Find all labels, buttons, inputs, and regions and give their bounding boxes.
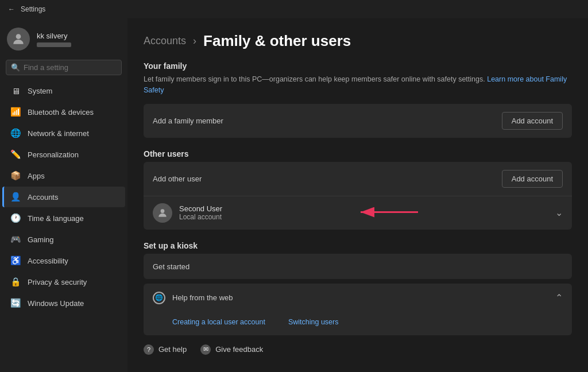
add-family-row: Add a family member Add account xyxy=(144,104,572,138)
accessibility-icon: ♿ xyxy=(10,255,21,266)
sidebar-item-system[interactable]: 🖥 System xyxy=(2,80,125,101)
gaming-icon: 🎮 xyxy=(10,234,21,245)
back-button[interactable]: ← xyxy=(7,5,16,14)
user-avatar xyxy=(153,203,172,223)
privacy-icon: 🔒 xyxy=(10,277,21,287)
title-bar: ← Settings xyxy=(0,0,588,18)
search-container[interactable]: 🔍 xyxy=(6,60,122,75)
globe-icon: 🌐 xyxy=(153,292,165,304)
user-info: Second User Local account xyxy=(179,204,548,221)
breadcrumb: Accounts › Family & other users xyxy=(144,32,572,50)
bluetooth-icon: 📶 xyxy=(10,107,21,117)
system-icon: 🖥 xyxy=(10,86,21,96)
get-help-link[interactable]: ? Get help xyxy=(144,344,187,355)
sidebar-item-windows-update[interactable]: 🔄 Windows Update xyxy=(2,293,125,313)
add-other-user-label: Add other user xyxy=(153,175,202,183)
help-link-local-account[interactable]: Creating a local user account xyxy=(172,318,265,326)
accounts-icon: 👤 xyxy=(10,192,21,202)
help-header-left: 🌐 Help from the web xyxy=(153,292,233,304)
your-family-section: Your family Let family members sign in t… xyxy=(144,61,572,138)
other-users-card: Add other user Add account Second User L… xyxy=(144,162,572,230)
sidebar-item-time[interactable]: 🕐 Time & language xyxy=(2,208,125,228)
time-icon: 🕐 xyxy=(10,213,21,223)
give-feedback-icon: ✉ xyxy=(200,344,211,355)
your-family-desc: Let family members sign in to this PC—or… xyxy=(144,74,572,96)
sidebar-item-network[interactable]: 🌐 Network & internet xyxy=(2,123,125,144)
sidebar-item-privacy[interactable]: 🔒 Privacy & security xyxy=(2,272,125,292)
add-other-user-button[interactable]: Add account xyxy=(502,170,563,188)
help-card: 🌐 Help from the web ⌃ Creating a local u… xyxy=(144,284,572,335)
sidebar-item-accessibility[interactable]: ♿ Accessibility xyxy=(2,250,125,271)
kiosk-card: Get started xyxy=(144,254,572,279)
username: kk silvery xyxy=(37,32,71,40)
sidebar-profile: kk silvery xyxy=(0,18,127,57)
main-layout: kk silvery 🔍 🖥 System 📶 Bluetooth & devi… xyxy=(0,18,588,372)
kiosk-get-started[interactable]: Get started xyxy=(153,262,189,271)
get-help-label: Get help xyxy=(158,345,187,354)
page-title: Family & other users xyxy=(203,32,351,50)
search-icon: 🔍 xyxy=(11,63,20,72)
add-family-card: Add a family member Add account xyxy=(144,104,572,138)
avatar xyxy=(7,28,30,51)
bottom-links: ? Get help ✉ Give feedback xyxy=(144,342,572,355)
network-icon: 🌐 xyxy=(10,128,21,138)
windows-update-icon: 🔄 xyxy=(10,298,21,308)
sidebar-item-gaming[interactable]: 🎮 Gaming xyxy=(2,229,125,250)
help-title: Help from the web xyxy=(172,293,233,302)
sidebar-item-bluetooth[interactable]: 📶 Bluetooth & devices xyxy=(2,102,125,122)
breadcrumb-parent: Accounts xyxy=(144,35,186,47)
give-feedback-link[interactable]: ✉ Give feedback xyxy=(200,344,263,355)
help-chevron-icon: ⌃ xyxy=(555,292,563,303)
user-type: Local account xyxy=(179,213,548,221)
sidebar-item-accounts[interactable]: 👤 Accounts xyxy=(2,187,125,207)
give-feedback-label: Give feedback xyxy=(215,345,263,354)
svg-point-1 xyxy=(161,209,165,213)
help-link-switching[interactable]: Switching users xyxy=(288,318,339,326)
content-area: Accounts › Family & other users Your fam… xyxy=(127,18,588,372)
sidebar-nav: 🖥 System 📶 Bluetooth & devices 🌐 Network… xyxy=(0,80,127,372)
user-name: Second User xyxy=(179,204,548,213)
add-other-user-row: Add other user Add account xyxy=(144,162,572,196)
your-family-title: Your family xyxy=(144,61,572,71)
sidebar-item-apps[interactable]: 📦 Apps xyxy=(2,165,125,186)
title-bar-title: Settings xyxy=(21,5,45,13)
personalization-icon: ✏️ xyxy=(10,149,21,160)
help-header[interactable]: 🌐 Help from the web ⌃ xyxy=(144,284,572,312)
breadcrumb-separator: › xyxy=(193,35,196,47)
email-bar xyxy=(37,42,71,47)
search-input[interactable] xyxy=(24,63,120,72)
svg-point-0 xyxy=(16,34,21,39)
kiosk-title: Set up a kiosk xyxy=(144,241,572,250)
add-family-label: Add a family member xyxy=(153,117,223,125)
get-help-icon: ? xyxy=(144,344,154,355)
apps-icon: 📦 xyxy=(10,170,21,181)
other-users-section: Other users Add other user Add account S… xyxy=(144,149,572,230)
second-user-row[interactable]: Second User Local account ⌄ xyxy=(144,196,572,230)
sidebar: kk silvery 🔍 🖥 System 📶 Bluetooth & devi… xyxy=(0,18,127,372)
second-user-wrapper: Second User Local account ⌄ xyxy=(144,196,572,230)
add-family-button[interactable]: Add account xyxy=(502,112,563,130)
kiosk-section: Set up a kiosk Get started xyxy=(144,241,572,279)
other-users-title: Other users xyxy=(144,149,572,158)
profile-info: kk silvery xyxy=(37,32,71,47)
sidebar-item-personalization[interactable]: ✏️ Personalization xyxy=(2,144,125,165)
help-links: Creating a local user account Switching … xyxy=(144,312,572,335)
user-chevron-icon: ⌄ xyxy=(555,207,563,218)
